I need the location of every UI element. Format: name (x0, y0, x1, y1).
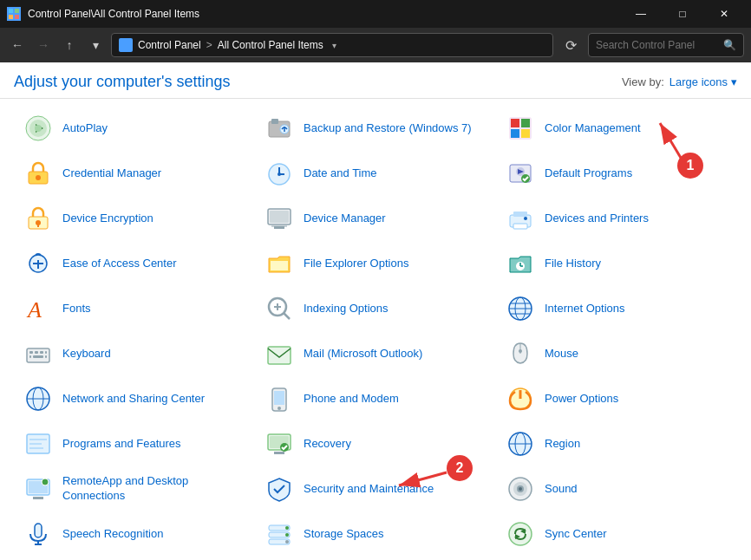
recent-button[interactable]: ▾ (85, 35, 106, 55)
address-bar: ← → ↑ ▾ Control Panel > All Control Pane… (0, 28, 751, 62)
item-label: AutoPlay (62, 121, 108, 136)
control-item[interactable]: Ease of Access Center (14, 241, 255, 286)
item-icon (23, 113, 54, 144)
item-label: Speech Recognition (62, 527, 163, 542)
svg-rect-79 (274, 452, 284, 454)
item-label: Sync Center (545, 527, 607, 542)
control-item[interactable]: Default Programs (496, 151, 737, 196)
address-chevron[interactable]: ▾ (332, 41, 336, 50)
svg-rect-59 (45, 351, 47, 354)
item-label: Credential Manager (62, 166, 161, 181)
item-icon (23, 383, 54, 414)
item-label: Color Management (545, 121, 641, 136)
svg-point-22 (278, 173, 281, 176)
svg-point-100 (285, 540, 289, 544)
items-container: AutoPlayBackup and Restore (Windows 7)Co… (0, 99, 751, 560)
address-icon (119, 38, 133, 52)
item-label: Internet Options (545, 302, 625, 316)
up-button[interactable]: ↑ (59, 35, 80, 55)
item-label: Indexing Options (304, 302, 389, 316)
item-icon (264, 473, 295, 505)
search-box[interactable]: 🔍 (588, 33, 744, 57)
svg-rect-34 (513, 212, 527, 217)
control-item[interactable]: Speech Recognition (14, 511, 255, 557)
back-button[interactable]: ← (7, 35, 28, 55)
item-label: RemoteApp and Desktop Connections (62, 474, 246, 504)
svg-rect-30 (270, 211, 289, 223)
control-item[interactable]: Mail (Microsoft Outlook) (255, 331, 496, 376)
control-item[interactable]: Sync Center (496, 511, 737, 557)
item-icon (505, 518, 536, 550)
control-item[interactable]: File Explorer Options (255, 241, 496, 286)
svg-rect-92 (35, 524, 42, 537)
svg-rect-41 (271, 261, 288, 270)
item-label: Date and Time (304, 166, 377, 181)
title-bar-controls: — □ ✕ (621, 0, 744, 28)
item-label: Programs and Features (62, 437, 181, 452)
control-item[interactable]: Sound (496, 466, 737, 511)
item-icon (264, 203, 295, 234)
view-by-arrow-icon: ▾ (731, 75, 737, 88)
minimize-button[interactable]: — (621, 0, 661, 28)
address-path2: All Control Panel Items (218, 39, 323, 51)
control-item[interactable]: Device Encryption (14, 196, 255, 241)
close-button[interactable]: ✕ (704, 0, 744, 28)
control-item[interactable]: AutoPlay (14, 106, 255, 151)
content-area: Adjust your computer's settings View by:… (0, 62, 751, 560)
view-by-value[interactable]: Large icons ▾ (669, 75, 737, 88)
item-label: Recovery (304, 437, 351, 452)
forward-button[interactable]: → (33, 35, 54, 55)
svg-point-101 (509, 523, 532, 545)
control-item[interactable]: Programs and Features (14, 421, 255, 466)
control-item[interactable]: Backup and Restore (Windows 7) (255, 106, 496, 151)
control-item[interactable]: Credential Manager (14, 151, 255, 196)
search-input[interactable] (596, 39, 723, 51)
svg-point-7 (35, 125, 42, 132)
item-icon (264, 428, 295, 459)
item-label: Backup and Restore (Windows 7) (304, 121, 472, 136)
item-icon (505, 158, 536, 189)
control-item[interactable]: RemoteApp and Desktop Connections (14, 466, 255, 511)
item-icon (23, 518, 54, 550)
control-item[interactable]: Network and Sharing Center (14, 376, 255, 421)
control-item[interactable]: Security and Maintenance (255, 466, 496, 511)
address-box[interactable]: Control Panel > All Control Panel Items … (111, 33, 553, 57)
control-item[interactable]: Date and Time (255, 151, 496, 196)
item-label: Device Encryption (62, 212, 153, 226)
item-icon (264, 113, 295, 144)
control-item[interactable]: Mouse (496, 331, 737, 376)
svg-text:A: A (26, 297, 42, 322)
item-label: Mail (Microsoft Outlook) (304, 347, 422, 361)
control-item[interactable]: AFonts (14, 286, 255, 331)
svg-point-99 (285, 533, 289, 537)
control-item[interactable]: Power Options (496, 376, 737, 421)
control-item[interactable]: Devices and Printers (496, 196, 737, 241)
svg-rect-9 (271, 119, 278, 124)
app-icon (7, 7, 21, 21)
svg-rect-1 (15, 9, 19, 13)
control-item[interactable]: Internet Options (496, 286, 737, 331)
item-icon (23, 428, 54, 459)
control-item[interactable]: Device Manager (255, 196, 496, 241)
control-item[interactable]: Color Management (496, 106, 737, 151)
control-item[interactable]: Keyboard (14, 331, 255, 376)
svg-line-47 (284, 313, 290, 319)
item-label: File Explorer Options (304, 257, 408, 271)
svg-point-71 (278, 407, 281, 410)
control-item[interactable]: Recovery (255, 421, 496, 466)
control-item[interactable]: Indexing Options (255, 286, 496, 331)
svg-rect-63 (268, 347, 291, 364)
control-item[interactable]: Storage Spaces (255, 511, 496, 557)
item-icon (23, 203, 54, 234)
item-label: Default Programs (545, 166, 632, 181)
svg-rect-35 (513, 224, 527, 229)
svg-rect-0 (9, 9, 13, 13)
control-item[interactable]: Region (496, 421, 737, 466)
control-item[interactable]: Phone and Modem (255, 376, 496, 421)
maximize-button[interactable]: □ (663, 0, 702, 28)
control-item[interactable]: File History (496, 241, 737, 286)
refresh-button[interactable]: ⟳ (558, 33, 583, 57)
item-icon: A (23, 293, 54, 324)
item-icon (23, 338, 54, 369)
svg-point-65 (519, 349, 522, 353)
